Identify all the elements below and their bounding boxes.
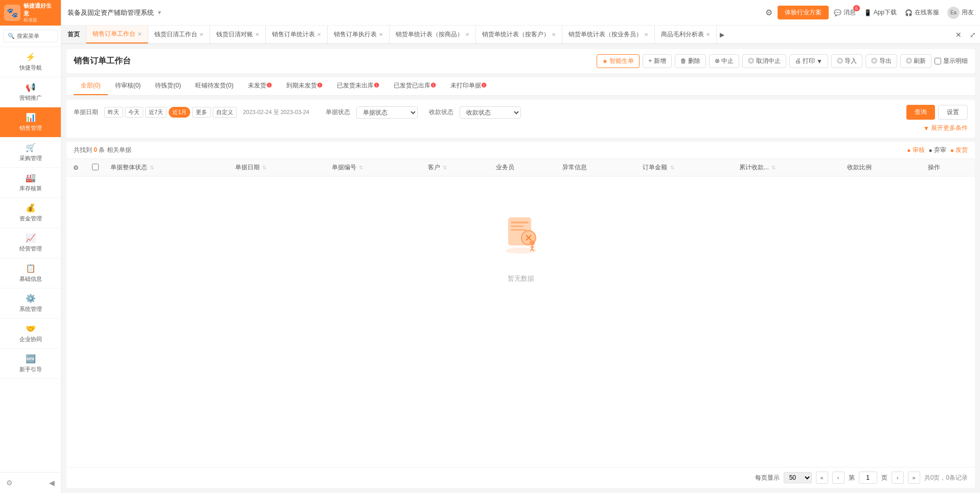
col-date-sort-icon[interactable]: ⇅ (262, 165, 266, 170)
sidebar-item-inventory[interactable]: 🏭 库存核算 (0, 168, 61, 198)
tab-sales-workbench-close-icon[interactable]: ✕ (138, 31, 142, 37)
sub-tab-unshipped[interactable]: 未发货❶ (241, 77, 279, 95)
date-7days-button[interactable]: 近7天 (145, 107, 167, 118)
tab-cash-reconcile-close-icon[interactable]: ✕ (255, 32, 259, 37)
tab-cash-daily-close-icon[interactable]: ✕ (199, 32, 203, 37)
add-button[interactable]: + 新增 (643, 54, 671, 68)
sidebar-item-purchase[interactable]: 🛒 采购管理 (0, 138, 61, 168)
expand-icon: ▼ (923, 125, 929, 132)
sub-tab-shipped-unout[interactable]: 已发货未出库❶ (330, 77, 386, 95)
abandon-button[interactable]: ● 弃审 (929, 146, 946, 154)
tabbar-more-button[interactable]: ▶ (717, 31, 727, 38)
marketing-icon: 📢 (26, 82, 36, 92)
page-number-input[interactable] (859, 472, 877, 484)
payment-filter-select[interactable]: 收款状态 (460, 106, 521, 119)
prev-page-button[interactable]: ‹ (832, 472, 845, 484)
smart-generate-button[interactable]: ★ 智能生单 (597, 54, 640, 68)
tab-sales-stats-close-icon[interactable]: ✕ (317, 32, 321, 37)
tab-sales-by-customer[interactable]: 销货单统计表（按客户） ✕ (476, 26, 562, 43)
col-number-label: 单据编号 (332, 164, 356, 171)
tab-gross-profit[interactable]: 商品毛利分析表 ✕ (655, 26, 717, 43)
tabbar-maximize-button[interactable]: ⤢ (966, 26, 980, 44)
export-button[interactable]: ◎ 导出 (865, 54, 897, 68)
import-button[interactable]: ◎ 导入 (831, 54, 862, 68)
sub-tab-overdue-unshipped[interactable]: 到期未发货❶ (279, 77, 330, 95)
date-1month-button[interactable]: 近1月 (169, 107, 190, 118)
sub-tab-all[interactable]: 全部(0) (74, 77, 108, 95)
tab-sales-exec[interactable]: 销售订单执行表 ✕ (328, 26, 390, 43)
sub-tab-unprinted[interactable]: 未打印单据❶ (443, 77, 494, 95)
tab-sales-exec-close-icon[interactable]: ✕ (379, 32, 383, 37)
sidebar-item-guide[interactable]: 🆕 新手引导 (0, 349, 61, 379)
sidebar-item-enterprise[interactable]: 🤝 企业协同 (0, 319, 61, 349)
expand-filters-button[interactable]: ▼ 展开更多条件 (923, 124, 968, 132)
last-page-button[interactable]: » (908, 472, 920, 484)
refresh-button[interactable]: ◎ 刷新 (900, 54, 931, 68)
sub-tab-pending-review[interactable]: 待审核(0) (108, 77, 148, 95)
first-page-button[interactable]: « (816, 472, 828, 484)
show-detail-checkbox[interactable] (935, 58, 941, 64)
page-size-select[interactable]: 50 10 20 100 (784, 472, 812, 483)
collapse-sidebar-button[interactable]: ◀ (47, 477, 57, 489)
topbar-user[interactable]: Ea 用友 (947, 7, 974, 19)
settings-col-icon[interactable]: ⚙ (73, 164, 79, 171)
industry-solution-button[interactable]: 体验行业方案 (778, 6, 829, 19)
sidebar-item-operations[interactable]: 📈 经营管理 (0, 228, 61, 258)
status-filter-select[interactable]: 单据状态 (356, 106, 418, 119)
topbar-online-service[interactable]: 🎧 在线客服 (905, 8, 939, 17)
guide-icon: 🆕 (26, 354, 36, 364)
query-button[interactable]: 查询 (906, 105, 935, 120)
tabbar-close-all-button[interactable]: ✕ (951, 26, 966, 44)
sub-tab-pending-inspect[interactable]: 待拣货(0) (148, 77, 188, 95)
print-button[interactable]: 🖨 打印 ▼ (789, 54, 828, 68)
sidebar-item-system[interactable]: ⚙️ 系统管理 (0, 288, 61, 319)
col-amount-sort-icon[interactable]: ⇅ (670, 165, 674, 170)
next-page-button[interactable]: › (892, 472, 904, 484)
settings-bottom-button[interactable]: ⚙ (4, 477, 15, 489)
sidebar-item-quick-nav[interactable]: ⚡ 快捷导航 (0, 47, 61, 77)
tab-sales-by-product-close-icon[interactable]: ✕ (465, 32, 469, 37)
show-detail-label[interactable]: 显示明细 (935, 57, 968, 65)
ship-button[interactable]: ● 发货 (950, 146, 968, 154)
col-customer-sort-icon[interactable]: ⇅ (443, 165, 447, 170)
review-button[interactable]: ● 审核 (907, 146, 924, 154)
tab-home[interactable]: 首页 (61, 26, 86, 43)
sidebar-item-sales[interactable]: 📊 销售管理 (0, 107, 61, 138)
topbar-settings-icon[interactable]: ⚙ (765, 8, 772, 17)
purchase-icon: 🛒 (26, 143, 36, 152)
abort-button[interactable]: ⊗ 中止 (709, 54, 739, 68)
date-custom-button[interactable]: 自定义 (213, 107, 237, 118)
tab-sales-stats[interactable]: 销售订单统计表 ✕ (266, 26, 328, 43)
date-yesterday-button[interactable]: 昨天 (104, 107, 123, 118)
sidebar-item-quick-nav-label: 快捷导航 (19, 64, 42, 72)
select-all-checkbox[interactable] (92, 164, 99, 170)
sidebar-item-finance[interactable]: 💰 资金管理 (0, 198, 61, 228)
col-number-sort-icon[interactable]: ⇅ (359, 165, 363, 170)
tab-sales-by-staff[interactable]: 销货单统计表（按业务员） ✕ (562, 26, 655, 43)
date-today-button[interactable]: 今天 (125, 107, 143, 118)
tab-cash-daily[interactable]: 钱货日清工作台 ✕ (148, 26, 210, 43)
tab-sales-by-product[interactable]: 销货单统计表（按商品） ✕ (390, 26, 476, 43)
topbar-app-download[interactable]: 📱 App下载 (864, 8, 897, 17)
col-status-sort-icon[interactable]: ⇅ (150, 165, 154, 170)
sub-tab-shipped-out[interactable]: 已发货已出库❶ (386, 77, 443, 95)
cancel-abort-button[interactable]: ◎ 取消中止 (742, 54, 786, 68)
date-more-button[interactable]: 更多 (192, 107, 211, 118)
tab-gross-profit-close-icon[interactable]: ✕ (706, 32, 710, 37)
settings-button[interactable]: 设置 (938, 105, 968, 120)
col-status-label: 单据整体状态 (110, 164, 147, 171)
delete-button[interactable]: 🗑 删除 (675, 54, 706, 68)
user-name: 用友 (962, 8, 974, 17)
table-header: ⚙ 单据整体状态 ⇅ 单据日期 ⇅ (66, 159, 975, 176)
col-received-sort-icon[interactable]: ⇅ (771, 165, 776, 170)
col-check (85, 159, 105, 176)
tab-sales-workbench[interactable]: 销售订单工作台 ✕ (86, 26, 148, 43)
sub-tab-wangpu[interactable]: 旺铺待发货(0) (188, 77, 241, 95)
sidebar-item-marketing[interactable]: 📢 营销推广 (0, 77, 61, 107)
sidebar-item-basic[interactable]: 📋 基础信息 (0, 258, 61, 288)
tab-cash-reconcile[interactable]: 钱货日清对账 ✕ (210, 26, 266, 43)
search-menu-button[interactable]: 🔍 搜索菜单 (3, 30, 58, 42)
tab-sales-by-customer-close-icon[interactable]: ✕ (552, 32, 556, 37)
tab-sales-by-staff-close-icon[interactable]: ✕ (644, 32, 648, 37)
topbar-message[interactable]: 💬 消息 6 (834, 8, 856, 17)
